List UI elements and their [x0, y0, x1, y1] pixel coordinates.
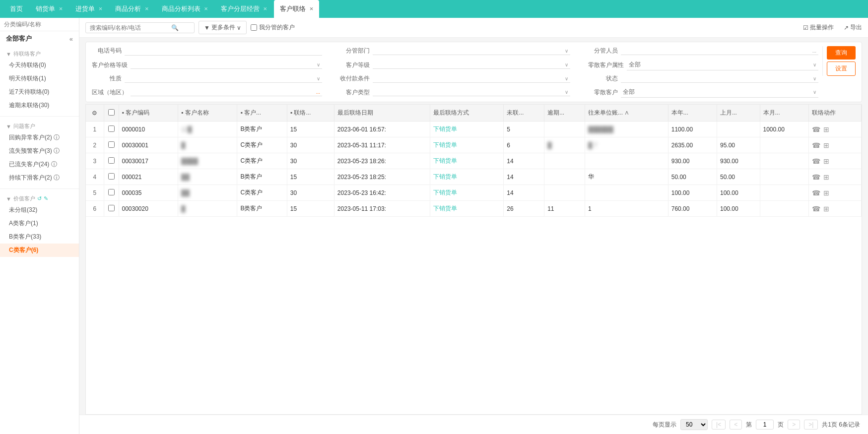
row-this-year: 100.00 — [668, 185, 717, 201]
close-icon[interactable]: × — [264, 5, 267, 12]
col-name[interactable]: ▪ 客户名称 — [178, 105, 237, 122]
filter-customer-grade-select[interactable]: ∨ — [373, 61, 570, 69]
sidebar-section-pending: ▼ 待联络客户 今天待联络(0) 明天待联络(1) 近7天待联络(0) 逾期未联… — [0, 46, 79, 114]
filter-row-2: 客户价格等级 ∨ 客户等级 ∨ — [92, 60, 818, 70]
tab-sales-order[interactable]: 销货单 × — [30, 0, 68, 18]
close-icon[interactable]: × — [99, 5, 103, 12]
grid-icon[interactable]: ⊞ — [823, 125, 829, 133]
tab-customer-segment[interactable]: 客户分层经营 × — [215, 0, 273, 18]
row-checkbox[interactable] — [104, 122, 119, 137]
row-checkbox[interactable] — [104, 169, 119, 185]
filter-customer-type-select[interactable]: ∨ — [373, 88, 570, 96]
filter-status-select[interactable]: ∨ — [621, 75, 818, 83]
sidebar-item-churned[interactable]: 已流失客户(24) ⓘ — [0, 158, 79, 171]
my-customers-checkbox[interactable] — [251, 24, 257, 31]
row-this-year: 930.00 — [668, 153, 717, 169]
sidebar-item-class-b[interactable]: B类客户(33) — [0, 230, 79, 244]
filter-nature-select[interactable]: ∨ — [125, 75, 322, 83]
filter-dept-select[interactable]: ∨ — [373, 47, 570, 55]
filter-payment-terms-label: 收付款条件 — [340, 74, 370, 83]
sidebar-all-customers[interactable]: 全部客户 « — [0, 31, 79, 46]
query-button[interactable]: 查询 — [827, 46, 856, 60]
my-customers-checkbox-label[interactable]: 我分管的客户 — [251, 23, 295, 32]
row-checkbox[interactable] — [104, 185, 119, 201]
sidebar-item-class-a[interactable]: A类客户(1) — [0, 217, 79, 230]
row-checkbox[interactable] — [104, 201, 119, 217]
close-icon[interactable]: × — [310, 5, 314, 12]
row-checkbox[interactable] — [104, 153, 119, 169]
per-page-label: 每页显示 — [653, 421, 676, 429]
phone-icon[interactable]: ☎ — [812, 173, 820, 181]
sidebar-item-class-c[interactable]: C类客户(6) — [0, 244, 79, 257]
filter-retail-customer-select[interactable]: 全部 ∨ — [621, 87, 818, 98]
row-customer-type: C类客户 — [237, 153, 287, 169]
grid-icon[interactable]: ⊞ — [823, 205, 829, 213]
sidebar-item-week-pending[interactable]: 近7天待联络(0) — [0, 85, 79, 99]
row-last-contact-method[interactable]: 下销货单 — [430, 122, 504, 137]
page-number-input[interactable] — [756, 420, 774, 430]
tab-product-analysis-list[interactable]: 商品分析列表 × — [156, 0, 214, 18]
per-page-select[interactable]: 50 100 200 — [680, 419, 708, 430]
row-last-contact-method[interactable]: 下销货单 — [430, 153, 504, 169]
filter-price-grade-select[interactable]: ∨ — [131, 61, 322, 69]
row-last-contact-method[interactable]: 下销货单 — [430, 185, 504, 201]
grid-icon[interactable]: ⊞ — [823, 173, 829, 181]
next-page-btn[interactable]: > — [788, 420, 800, 430]
col-code[interactable]: ▪ 客户编码 — [119, 105, 178, 122]
search-bar[interactable]: 🔍 — [85, 22, 195, 33]
tab-purchase-order[interactable]: 进货单 × — [69, 0, 108, 18]
col-account-balance[interactable]: 往来单位账... ∧ — [585, 105, 668, 122]
sidebar-item-tomorrow-pending[interactable]: 明天待联络(1) — [0, 72, 79, 85]
col-checkbox[interactable] — [104, 105, 119, 122]
filter-retail-attr-select[interactable]: 全部 ∨ — [627, 60, 818, 70]
setting-button[interactable]: 设置 — [827, 62, 856, 76]
phone-icon[interactable]: ☎ — [812, 125, 820, 133]
sidebar-search-input[interactable] — [4, 21, 78, 28]
chevron-down-icon: ∨ — [317, 62, 320, 67]
sidebar: 🔍 全部客户 « ▼ 待联络客户 今天待联络(0) 明天待联络(1) 近7天待联… — [0, 18, 79, 434]
phone-icon[interactable]: ☎ — [812, 189, 820, 197]
search-input[interactable] — [90, 24, 169, 31]
tab-customer-contact[interactable]: 客户联络 × — [274, 0, 319, 18]
row-last-contact-date: 2023-05-23 16:42: — [334, 185, 430, 201]
sidebar-item-churn-warning[interactable]: 流失预警客户(3) ⓘ — [0, 144, 79, 158]
row-last-contact-method[interactable]: 下销货单 — [430, 169, 504, 185]
select-all-checkbox[interactable] — [108, 109, 115, 116]
sidebar-item-ungrouped[interactable]: 未分组(32) — [0, 203, 79, 217]
row-last-contact-method[interactable]: 下销货单 — [430, 201, 504, 217]
tab-home[interactable]: 首页 — [4, 0, 29, 18]
phone-icon[interactable]: ☎ — [812, 141, 820, 149]
sidebar-item-overdue-pending[interactable]: 逾期未联络(30) — [0, 99, 79, 112]
row-last-contact-method[interactable]: 下销货单 — [430, 137, 504, 153]
tab-product-analysis[interactable]: 商品分析 × — [109, 0, 154, 18]
sidebar-divider-2 — [0, 188, 79, 189]
phone-icon[interactable]: ☎ — [812, 157, 820, 165]
more-conditions-btn[interactable]: ▼ 更多条件 ∨ — [199, 21, 247, 34]
grid-icon[interactable]: ⊞ — [823, 189, 829, 197]
grid-icon[interactable]: ⊞ — [823, 141, 829, 149]
filter-payment-terms-select[interactable]: ∨ — [373, 75, 570, 83]
sidebar-item-declining[interactable]: 持续下滑客户(2) ⓘ — [0, 171, 79, 185]
row-no: 3 — [86, 153, 104, 169]
phone-icon[interactable]: ☎ — [812, 205, 820, 213]
export-btn[interactable]: ↗ 导出 — [844, 23, 862, 32]
filter-phone-input[interactable] — [125, 46, 322, 56]
filter-region-select[interactable]: ... — [131, 88, 322, 96]
prev-page-btn[interactable]: < — [730, 420, 742, 430]
sidebar-item-repurchase-abnormal[interactable]: 回购异常客户(2) ⓘ — [0, 131, 79, 144]
filter-manager-select[interactable]: ... — [621, 47, 818, 55]
batch-ops-btn[interactable]: ☑ 批量操作 — [803, 23, 834, 32]
first-page-btn[interactable]: |< — [712, 420, 726, 430]
row-checkbox[interactable] — [104, 137, 119, 153]
sidebar-item-today-pending[interactable]: 今天待联络(0) — [0, 59, 79, 72]
close-icon[interactable]: × — [59, 5, 63, 12]
search-icon[interactable]: 🔍 — [171, 24, 179, 31]
close-icon[interactable]: × — [145, 5, 149, 12]
last-page-btn[interactable]: >| — [804, 420, 818, 430]
row-this-year: 50.00 — [668, 169, 717, 185]
grid-icon[interactable]: ⊞ — [823, 157, 829, 165]
col-settings[interactable]: ⚙ — [86, 105, 104, 122]
top-nav: 首页 销货单 × 进货单 × 商品分析 × 商品分析列表 × 客户分层经营 × … — [0, 0, 868, 18]
row-name: 12█ — [178, 122, 237, 137]
close-icon[interactable]: × — [204, 5, 208, 12]
